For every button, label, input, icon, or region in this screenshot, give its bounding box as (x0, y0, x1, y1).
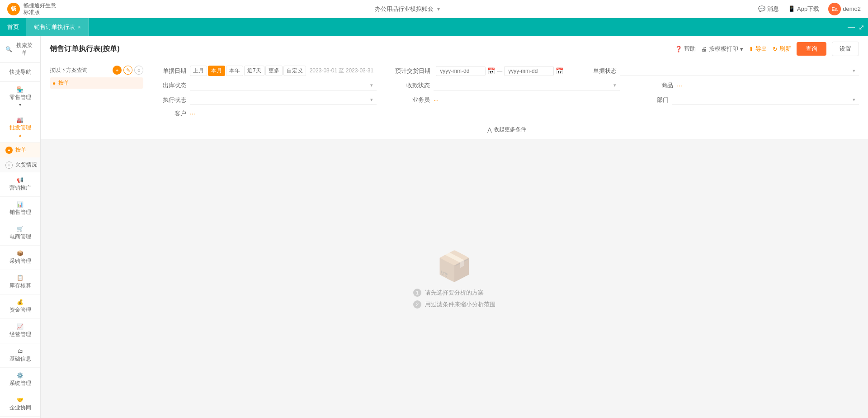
tab-minimize-button[interactable]: — (848, 23, 855, 31)
out-status-label: 出库状态 (155, 81, 186, 90)
collapse-scheme-button[interactable]: « (134, 66, 143, 75)
empty-hint-1: 1 请先选择要分析的方案 (413, 289, 495, 297)
sidebar-item-basic[interactable]: 🗂 基础信息 (0, 343, 40, 368)
chevron-right-icon: ▾ (19, 102, 21, 107)
top-bar-left: 畅 畅捷通好生意 标准版 (7, 2, 56, 15)
help-button[interactable]: ❓ 帮助 (675, 45, 696, 53)
sidebar-search-section: 🔍 搜索菜单 (0, 36, 40, 63)
scheme-item-order[interactable]: ● 按单 (50, 77, 143, 89)
receipt-status-select[interactable]: ▾ (434, 81, 620, 90)
filter-collapse-row: ⋀ 收起更多条件 (155, 122, 859, 133)
tab-bar-actions: — ⤢ (848, 18, 868, 36)
top-bar: 畅 畅捷通好生意 标准版 办公用品行业模拟账套 ▾ 💬 消息 📱 App下载 E… (0, 0, 868, 18)
search-icon: 🔍 (5, 46, 12, 52)
logo-text: 畅捷通好生意 标准版 (24, 2, 56, 15)
tab-maximize-button[interactable]: ⤢ (859, 23, 864, 32)
sidebar-item-enterprise[interactable]: 🤝 企业协同 (0, 392, 40, 417)
download-icon: 📱 (788, 5, 795, 12)
this-month-btn[interactable]: 本月 (208, 66, 225, 76)
export-icon: ⬆ (749, 46, 754, 52)
salesperson-dots-icon[interactable]: ··· (434, 96, 439, 104)
print-button[interactable]: 🖨 按模板打印 ▾ (701, 45, 743, 53)
search-menu-button[interactable]: 🔍 搜索菜单 (4, 40, 37, 59)
add-scheme-button[interactable]: + (113, 66, 122, 75)
exec-status-select[interactable]: ▾ (190, 95, 377, 105)
message-icon: 💬 (758, 5, 765, 12)
salesperson-field: ··· (434, 96, 616, 104)
expected-date-start[interactable] (436, 66, 486, 76)
sidebar-item-marketing[interactable]: 📢 营销推广 (0, 172, 40, 197)
out-status-select[interactable]: ▾ (190, 81, 377, 90)
receipt-status-chevron-icon: ▾ (613, 82, 616, 88)
refresh-icon: ↻ (773, 46, 778, 52)
calendar-start-icon[interactable]: 📅 (487, 67, 495, 75)
expected-date-end[interactable] (504, 66, 554, 76)
sidebar-item-wholesale[interactable]: 🏭 批发管理 ▴ (0, 112, 40, 142)
tab-sales-order[interactable]: 销售订单执行表 × (27, 18, 89, 36)
filter-panel: 按以下方案查询 + ✎ « ● 按单 (41, 60, 868, 139)
filter-row-2: 出库状态 ▾ 收款状态 ▾ 商品 ··· (155, 81, 859, 90)
print-icon: 🖨 (701, 46, 707, 52)
tab-close-icon[interactable]: × (78, 24, 81, 30)
this-year-btn[interactable]: 本年 (226, 66, 243, 76)
empty-hints: 1 请先选择要分析的方案 2 用过滤条件来缩小分析范围 (413, 289, 495, 309)
main-content: 📦 1 请先选择要分析的方案 2 用过滤条件来缩小分析范围 (41, 139, 868, 418)
sidebar-item-system[interactable]: ⚙️ 系统管理 (0, 368, 40, 392)
dept-label: 部门 (637, 96, 669, 104)
product-label: 商品 (642, 81, 673, 90)
sidebar-item-operation[interactable]: 📈 经营管理 (0, 319, 40, 343)
collapse-filter-button[interactable]: ⋀ 收起更多条件 (487, 126, 526, 133)
sidebar-item-finance[interactable]: 💰 资金管理 (0, 294, 40, 319)
refresh-button[interactable]: ↻ 刷新 (773, 45, 791, 53)
quick-nav-button[interactable]: 快捷导航 (0, 66, 40, 79)
exec-status-chevron-icon: ▾ (370, 97, 373, 103)
customer-label: 客户 (155, 109, 186, 118)
status-select[interactable]: ▾ (620, 66, 859, 76)
export-button[interactable]: ⬆ 导出 (749, 45, 767, 53)
date-range-text: 2023-03-01 至 2023-03-31 (310, 67, 373, 75)
scheme-active-dot: ● (52, 80, 56, 86)
out-status-chevron-icon: ▾ (370, 82, 373, 88)
sidebar-item-retail[interactable]: 🏪 零售管理 ▾ (0, 82, 40, 112)
expected-date-inputs: 📅 — 📅 (436, 66, 563, 76)
customer-field: ··· (190, 110, 859, 117)
dept-select[interactable]: ▾ (672, 95, 859, 105)
tab-bar: 首页 销售订单执行表 × — ⤢ (0, 18, 868, 36)
last-month-btn[interactable]: 上月 (190, 66, 207, 76)
status-label: 单据状态 (585, 67, 617, 75)
product-dots-icon[interactable]: ··· (677, 82, 682, 89)
status-chevron-icon: ▾ (853, 68, 855, 74)
edit-scheme-button[interactable]: ✎ (123, 66, 132, 75)
sidebar: 🔍 搜索菜单 快捷导航 🏪 零售管理 ▾ 🏭 批发管理 ▴ ● 按单 ○ 欠货情… (0, 36, 41, 418)
filter-row-3: 执行状态 ▾ 业务员 ··· 部门 ▾ (155, 95, 859, 105)
sidebar-item-ecommerce[interactable]: 🛒 电商管理 (0, 221, 40, 246)
content-area: 销售订单执行表(按单) ❓ 帮助 🖨 按模板打印 ▾ ⬆ 导出 ↻ 刷新 (41, 36, 868, 418)
subtitle-dropdown-icon[interactable]: ▾ (437, 6, 440, 12)
download-button[interactable]: 📱 App下载 (788, 5, 819, 13)
sidebar-subitem-order[interactable]: ● 按单 (0, 142, 40, 157)
collapse-up-icon: ⋀ (487, 127, 492, 133)
scheme-header-actions: + ✎ « (113, 66, 143, 75)
sidebar-item-purchase[interactable]: 📦 采购管理 (0, 246, 40, 270)
custom-btn[interactable]: 自定义 (283, 66, 306, 76)
sidebar-subitem-debt[interactable]: ○ 欠货情况 (0, 157, 40, 172)
expected-date-label: 预计交货日期 (395, 67, 430, 75)
sidebar-item-inventory[interactable]: 📋 库存核算 (0, 270, 40, 294)
last7-btn[interactable]: 近7天 (244, 66, 264, 76)
sidebar-item-sales[interactable]: 📊 销售管理 (0, 197, 40, 221)
filter-scheme-row: 按以下方案查询 + ✎ « ● 按单 (50, 66, 859, 133)
empty-illustration: 📦 (436, 249, 472, 283)
query-button[interactable]: 查询 (797, 42, 826, 56)
empty-state: 📦 1 请先选择要分析的方案 2 用过滤条件来缩小分析范围 (413, 249, 495, 309)
calendar-end-icon[interactable]: 📅 (556, 67, 563, 75)
more-btn[interactable]: 更多 (265, 66, 283, 76)
page-title: 销售订单执行表(按单) (50, 44, 120, 54)
user-menu[interactable]: Ea demo2 (828, 3, 861, 15)
customer-dots-icon[interactable]: ··· (190, 110, 195, 117)
scheme-items: ● 按单 (50, 77, 143, 89)
tab-home[interactable]: 首页 (0, 18, 27, 36)
settings-button[interactable]: 设置 (832, 42, 859, 56)
avatar: Ea (828, 3, 841, 15)
message-button[interactable]: 💬 消息 (758, 5, 779, 13)
date-quick-btns: 上月 本月 本年 近7天 更多 自定义 (190, 66, 306, 76)
